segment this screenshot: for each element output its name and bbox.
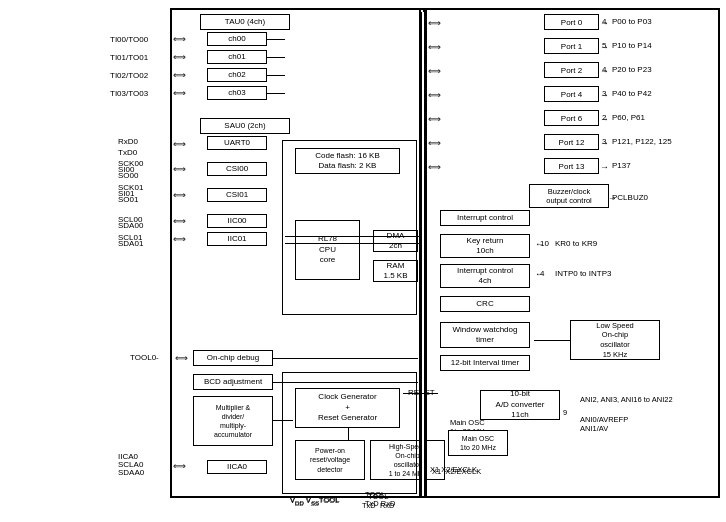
vdd-label: VDD VSSTOOL (290, 496, 339, 507)
ch01-line (267, 57, 285, 58)
ti03-label: TI03/TO03 (110, 89, 148, 98)
block-diagram: TAU0 (4ch) ch00 ch01 ch02 ch03 SAU0 (2ch… (0, 0, 726, 522)
port4-signal: P40 to P42 (612, 89, 652, 98)
ch00-label: ch00 (228, 34, 245, 44)
arr-port2-l: ⟺ (428, 66, 441, 76)
onchip-debug-label: On-chip debug (207, 353, 259, 363)
arr-port12-l: ⟺ (428, 138, 441, 148)
ti00-label: TI00/TO00 (110, 35, 148, 44)
arr-port6-l: ⟺ (428, 114, 441, 124)
intp-signal: INTP0 to INTP3 (555, 269, 611, 278)
mult-div-box: Multiplier &divider/multiply-accumulator (193, 396, 273, 446)
inner-frame-bottom (282, 372, 417, 494)
buzzer-box: Buzzer/clockoutput control (529, 184, 609, 208)
port13-label: Port 13 (559, 162, 585, 171)
sda00-label: SDA00 (118, 221, 143, 230)
low-speed-osc-box: Low SpeedOn-chiposcillator15 KHz (570, 320, 660, 360)
port6-box: Port 6 (544, 110, 599, 126)
iica0-label: IICA0 (227, 462, 247, 472)
interrupt-top-box: Interrupt control (440, 210, 530, 226)
ani-top-label: ANI2, ANI3, ANI16 to ANI22 (580, 395, 673, 404)
crc-label: CRC (476, 299, 493, 309)
arr-port1-l: ⟺ (428, 42, 441, 52)
so01-label: SO01 (118, 195, 138, 204)
txd0-label: TxD0 (118, 148, 137, 157)
port1-box: Port 1 (544, 38, 599, 54)
port12-signal: P121, P122, 125 (612, 137, 672, 146)
port0-signal: P00 to P03 (612, 17, 652, 26)
iica0-sdaa-label: SDAA0 (118, 468, 144, 477)
ti02-label: TI02/TO02 (110, 71, 148, 80)
sau0-box: SAU0 (2ch) (200, 118, 290, 134)
arr-port13-r: → (600, 162, 609, 172)
interrupt-bottom-box: Interrupt control4ch (440, 264, 530, 288)
clock-v-line (348, 428, 349, 440)
arr-port2-r: → (600, 66, 609, 76)
port6-signal: P60, P61 (612, 113, 645, 122)
arr-ch03: ⟺ (173, 88, 186, 98)
x1-x2-bottom: X1 X2/EXCLK (432, 467, 481, 476)
arr-port12-r: → (600, 138, 609, 148)
port2-signal: P20 to P23 (612, 65, 652, 74)
buzzer-label: Buzzer/clockoutput control (546, 187, 591, 205)
main-osc-box-label: Main OSC1to 20 MHz (460, 434, 496, 452)
port2-box: Port 2 (544, 62, 599, 78)
port1-label: Port 1 (561, 42, 582, 51)
kr-signal: KR0 to KR9 (555, 239, 597, 248)
ch03-label: ch03 (228, 88, 245, 98)
arr-intp: ← (535, 269, 544, 279)
vertical-bus (419, 10, 427, 498)
port2-label: Port 2 (561, 66, 582, 75)
ch03-line (267, 93, 285, 94)
low-speed-line (534, 340, 570, 341)
arr-port13-l: ⟺ (428, 162, 441, 172)
port4-box: Port 4 (544, 86, 599, 102)
arr-iica0: ⟺ (173, 461, 186, 471)
arr-iic00: ⟺ (173, 216, 186, 226)
mult-div-label: Multiplier &divider/multiply-accumulator (214, 403, 252, 439)
sau0-label: SAU0 (2ch) (224, 121, 265, 131)
watchdog-box: Window watchdogtimer (440, 322, 530, 348)
port1-signal: P10 to P14 (612, 41, 652, 50)
iic00-label: IIC00 (227, 216, 246, 226)
interrupt-top-label: Interrupt control (457, 213, 513, 223)
ch03-box: ch03 (207, 86, 267, 100)
iic01-box: IIC01 (207, 232, 267, 246)
ani-bottom-label: ANI0/AVREFP (580, 415, 628, 424)
interrupt-bottom-label: Interrupt control4ch (457, 266, 513, 287)
arr-ch02: ⟺ (173, 70, 186, 80)
sda01-label: SDA01 (118, 239, 143, 248)
tau0-label: TAU0 (4ch) (225, 17, 265, 27)
csi01-box: CSI01 (207, 188, 267, 202)
port13-box: Port 13 (544, 158, 599, 174)
arr-ch00: ⟺ (173, 34, 186, 44)
arr-kr: ← (535, 239, 544, 249)
onchip-debug-box: On-chip debug (193, 350, 273, 366)
arr-csi00: ⟺ (173, 164, 186, 174)
arr-tool0: ⟺ (175, 353, 188, 363)
ch00-line (267, 39, 285, 40)
inner-frame-top (282, 140, 417, 315)
arr-pclbuz-r: → (608, 193, 617, 203)
interval-timer-label: 12-bit Interval timer (451, 358, 519, 368)
port13-signal: P137 (612, 161, 631, 170)
port4-label: Port 4 (561, 90, 582, 99)
ch01-box: ch01 (207, 50, 267, 64)
watchdog-label: Window watchdogtimer (453, 325, 518, 346)
port0-label: Port 0 (561, 18, 582, 27)
rxd0-label: RxD0 (118, 137, 138, 146)
tool-label: TOOLTxD RxD (362, 492, 395, 510)
ad-num-label: 9 (563, 408, 567, 417)
main-osc-box: Main OSC1to 20 MHz (448, 430, 508, 456)
arr-port6-r: → (600, 114, 609, 124)
ch02-label: ch02 (228, 70, 245, 80)
bcd-label: BCD adjustment (204, 377, 262, 387)
arr-port0-r: → (600, 18, 609, 28)
port12-box: Port 12 (544, 134, 599, 150)
arr-ch01: ⟺ (173, 52, 186, 62)
arr-uart0: ⟺ (173, 139, 186, 149)
tau0-box: TAU0 (4ch) (200, 14, 290, 30)
pclbuz0-signal: PCLBUZ0 (612, 193, 648, 202)
key-return-label: Key return10ch (467, 236, 504, 257)
csi00-box: CSI00 (207, 162, 267, 176)
